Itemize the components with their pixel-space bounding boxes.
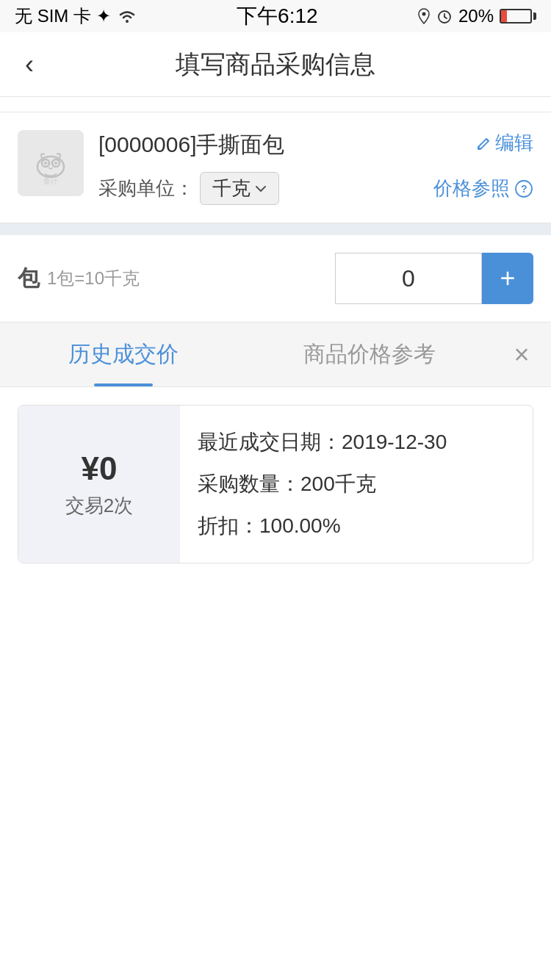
status-right: 20% [417, 6, 536, 26]
sim-label: 无 SIM 卡 ✦ [15, 4, 111, 28]
status-bar: 无 SIM 卡 ✦ 下午6:12 20% [0, 0, 551, 32]
back-button[interactable]: ‹ [18, 42, 41, 87]
edit-button[interactable]: 编辑 [476, 130, 533, 156]
product-logo-icon: 鲁计 [29, 141, 73, 185]
unit-select[interactable]: 千克 [200, 172, 279, 205]
price-ref-button[interactable]: 价格参照 ? [433, 176, 533, 201]
trade-card-right: 最近成交日期：2019-12-30 采购数量：200千克 折扣：100.00% [180, 406, 533, 563]
quantity-plus-button[interactable]: + [482, 253, 533, 304]
svg-text:鲁计: 鲁计 [43, 177, 58, 185]
alarm-icon [436, 8, 453, 24]
section-separator [0, 223, 551, 235]
trade-detail-quantity: 采购数量：200千克 [198, 468, 515, 501]
nav-bar: ‹ 填写商品采购信息 [0, 32, 551, 97]
trade-count: 交易2次 [65, 493, 133, 519]
svg-point-8 [44, 162, 47, 165]
svg-point-5 [37, 156, 64, 177]
page-title: 填写商品采购信息 [176, 48, 375, 82]
location-icon [417, 8, 431, 24]
svg-line-4 [444, 17, 447, 18]
tab-product-price-ref[interactable]: 商品价格参考 [246, 323, 492, 386]
quantity-label: 包 1包=10千克 [18, 264, 140, 294]
tab-active-indicator [94, 383, 153, 386]
product-image: 鲁计 [18, 130, 84, 196]
trade-section: ¥0 交易2次 最近成交日期：2019-12-30 采购数量：200千克 折扣：… [0, 387, 551, 581]
unit-label: 采购单位： 千克 [98, 172, 279, 205]
wifi-icon [117, 9, 137, 24]
svg-point-1 [422, 12, 425, 16]
trade-price: ¥0 [82, 450, 118, 487]
trade-card-left: ¥0 交易2次 [18, 406, 180, 563]
battery-percent: 20% [458, 6, 494, 26]
quantity-control: + [335, 253, 533, 304]
svg-point-0 [126, 20, 129, 23]
quantity-input[interactable] [335, 253, 482, 304]
battery-indicator [500, 9, 536, 24]
chevron-down-icon [255, 185, 267, 192]
product-name: [0000006]手撕面包 [98, 130, 284, 160]
svg-text:?: ? [521, 183, 527, 195]
svg-point-9 [54, 162, 57, 165]
unit-hint: 1包=10千克 [47, 267, 140, 290]
product-info: [0000006]手撕面包 编辑 采购单位： 千克 [98, 130, 533, 205]
help-icon: ? [514, 179, 533, 198]
tabs-bar: 历史成交价 商品价格参考 × [0, 323, 551, 387]
tab-close-button[interactable]: × [492, 339, 551, 370]
tab-history-price[interactable]: 历史成交价 [0, 323, 246, 386]
quantity-row: 包 1包=10千克 + [0, 235, 551, 323]
tab-product-price-ref-label: 商品价格参考 [303, 339, 436, 370]
trade-card: ¥0 交易2次 最近成交日期：2019-12-30 采购数量：200千克 折扣：… [18, 405, 533, 563]
trade-detail-discount: 折扣：100.00% [198, 510, 515, 543]
status-left: 无 SIM 卡 ✦ [15, 4, 137, 28]
product-card: 鲁计 [0000006]手撕面包 编辑 采购单位： [0, 112, 551, 223]
tab-history-price-label: 历史成交价 [68, 339, 179, 370]
trade-detail-date: 最近成交日期：2019-12-30 [198, 426, 515, 459]
unit-badge: 包 [18, 264, 40, 294]
status-time: 下午6:12 [237, 2, 318, 30]
edit-icon [476, 135, 492, 151]
